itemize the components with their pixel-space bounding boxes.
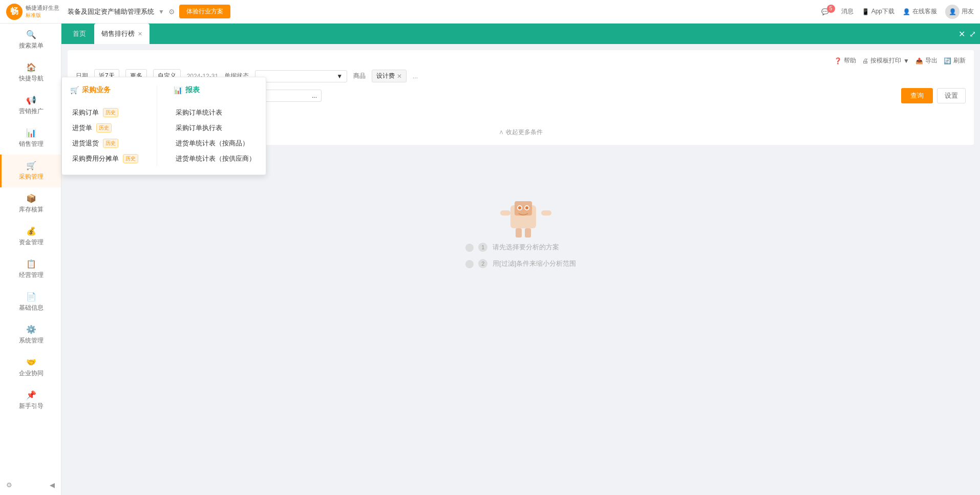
history-tag-expense: 历史 — [123, 154, 138, 163]
query-btn[interactable]: 查询 — [901, 88, 933, 103]
logo: 畅 畅捷通好生意 标准版 — [6, 4, 68, 20]
user-item[interactable]: 👤 用友 — [945, 5, 974, 19]
sidebar-item-purchase[interactable]: 🛒 采购管理 — [0, 155, 61, 187]
tab-sales-ranking-label: 销售排行榜 — [101, 29, 135, 38]
sidebar-item-enterprise[interactable]: 🤝 企业协同 — [0, 351, 61, 384]
staff-select-arrow: ... — [312, 92, 317, 99]
inventory-icon: 📦 — [26, 193, 36, 203]
dropdown-item-expense[interactable]: 采购费用分摊单 历史 — [70, 151, 140, 166]
system-gear-icon[interactable]: ⚙ — [168, 8, 175, 16]
history-tag-incoming: 历史 — [96, 123, 112, 133]
dropdown-reports-section: 📊 报表 采购订单统计表 采购订单执行表 进货单统计表（按商品） 进货单统计表（… — [174, 85, 258, 166]
tab-expand-icon[interactable]: ⤢ — [969, 29, 976, 39]
sidebar-label-system: 系统管理 — [19, 336, 44, 345]
goods-more[interactable]: ... — [413, 73, 418, 80]
sidebar-label-quick: 快捷导航 — [19, 74, 44, 83]
export-icon: 📤 — [915, 57, 923, 64]
tab-bar-actions: ✕ ⤢ — [958, 29, 976, 39]
svg-point-5 — [525, 206, 528, 209]
history-tag-return: 历史 — [103, 139, 118, 148]
help-btn[interactable]: ❓ 帮助 — [834, 56, 856, 65]
collapse-sidebar-icon[interactable]: ◀ — [50, 481, 55, 489]
dropdown-item-purchase-exec[interactable]: 采购订单执行表 — [174, 120, 258, 136]
dropdown-item-return[interactable]: 进货退货 历史 — [70, 136, 140, 151]
settings-btn[interactable]: 设置 — [937, 88, 966, 103]
help-icon: ❓ — [834, 57, 842, 64]
dropdown-item-incoming-stat-goods[interactable]: 进货单统计表（按商品） — [174, 136, 258, 151]
industry-btn[interactable]: 体验行业方案 — [179, 5, 230, 18]
dropdown-item-label-purchase-stat: 采购订单统计表 — [176, 108, 222, 117]
sidebar-item-sales[interactable]: 📊 销售管理 — [0, 122, 61, 155]
online-service-item[interactable]: 👤 在线客服 — [903, 7, 937, 16]
goods-tag-remove[interactable]: ✕ — [397, 73, 402, 80]
dropdown-purchase-section: 🛒 采购业务 采购订单 历史 进货单 历史 进货退货 历史 采购费用分摊单 历史 — [70, 85, 140, 166]
sidebar: 🔍 搜索菜单 🏠 快捷导航 📢 营销推广 📊 销售管理 🛒 采购管理 📦 库存核… — [0, 24, 61, 495]
svg-rect-6 — [500, 210, 510, 216]
tab-home[interactable]: 首页 — [66, 24, 93, 44]
app-label: App下载 — [871, 7, 894, 16]
goods-label: 商品 — [353, 72, 366, 80]
history-tag-purchase-order: 历史 — [103, 108, 118, 117]
enterprise-icon: 🤝 — [26, 357, 36, 367]
tab-close-icon[interactable]: ✕ — [138, 31, 142, 37]
settings-bottom-icon[interactable]: ⚙ — [6, 481, 12, 489]
operations-icon: 📋 — [26, 259, 36, 269]
print-label: 按模板打印 — [870, 56, 901, 65]
sidebar-label-capital: 资金管理 — [19, 238, 44, 247]
dropdown-reports-header: 📊 报表 — [174, 85, 258, 99]
sidebar-label-inventory: 库存核算 — [19, 205, 44, 214]
system-info: 装备及固定资产辅助管理系统 ▼ ⚙ 体验行业方案 — [68, 5, 821, 18]
export-label: 导出 — [925, 56, 938, 65]
sidebar-item-newguide[interactable]: 📌 新手引导 — [0, 384, 61, 417]
sidebar-item-marketing[interactable]: 📢 营销推广 — [0, 89, 61, 122]
sidebar-item-operations[interactable]: 📋 经营管理 — [0, 253, 61, 286]
logo-icon: 畅 — [6, 4, 23, 20]
dropdown-item-label-expense: 采购费用分摊单 — [72, 154, 119, 163]
newguide-icon: 📌 — [26, 390, 36, 400]
sidebar-item-basic[interactable]: 📄 基础信息 — [0, 286, 61, 318]
dropdown-item-purchase-order[interactable]: 采购订单 历史 — [70, 105, 140, 120]
message-item[interactable]: 💬 5 消息 — [821, 7, 854, 16]
svg-rect-9 — [525, 228, 531, 238]
sidebar-item-system[interactable]: ⚙️ 系统管理 — [0, 318, 61, 351]
refresh-icon: 🔄 — [944, 57, 951, 64]
system-name: 装备及固定资产辅助管理系统 — [68, 7, 154, 16]
print-btn[interactable]: 🖨 按模板打印 ▼ — [862, 56, 909, 65]
empty-svg — [495, 190, 557, 241]
tab-sales-ranking[interactable]: 销售排行榜 ✕ — [94, 24, 150, 44]
goods-tag-design: 设计费 ✕ — [372, 70, 407, 82]
app-download-item[interactable]: 📱 App下载 — [862, 7, 894, 16]
marketing-icon: 📢 — [26, 95, 36, 105]
system-dropdown-arrow[interactable]: ▼ — [158, 8, 164, 15]
refresh-btn[interactable]: 🔄 刷新 — [944, 56, 966, 65]
svg-point-4 — [518, 206, 521, 209]
export-btn[interactable]: 📤 导出 — [915, 56, 938, 65]
empty-illustration — [495, 190, 546, 231]
avatar: 👤 — [945, 5, 960, 19]
dropdown-purchase-header: 🛒 采购业务 — [70, 85, 140, 99]
tab-close-all-icon[interactable]: ✕ — [958, 29, 965, 39]
empty-hint-2: 2 用[过滤]条件来缩小分析范围 — [465, 257, 576, 270]
dropdown-item-purchase-stat[interactable]: 采购订单统计表 — [174, 105, 258, 120]
sidebar-item-capital[interactable]: 💰 资金管理 — [0, 220, 61, 253]
sidebar-bottom: ⚙ ◀ — [0, 475, 61, 495]
top-bar-right: 💬 5 消息 📱 App下载 👤 在线客服 👤 用友 — [821, 5, 974, 19]
basic-icon: 📄 — [26, 292, 36, 302]
dropdown-purchase-title: 采购业务 — [82, 85, 111, 95]
dropdown-item-label-incoming-stat-supplier: 进货单统计表（按供应商） — [176, 154, 255, 163]
status-select[interactable]: ▼ — [255, 70, 347, 82]
sidebar-label-sales: 销售管理 — [19, 140, 44, 148]
dropdown-item-label-purchase-order: 采购订单 — [72, 108, 99, 117]
svg-rect-7 — [541, 210, 551, 216]
empty-hint-1: 1 请先选择要分析的方案 — [465, 241, 576, 253]
message-badge: 5 — [827, 5, 835, 13]
sidebar-label-enterprise: 企业协同 — [19, 369, 44, 378]
sidebar-item-inventory[interactable]: 📦 库存核算 — [0, 187, 61, 220]
dropdown-item-label-incoming: 进货单 — [72, 123, 92, 133]
sidebar-item-quick[interactable]: 🏠 快捷导航 — [0, 56, 61, 89]
system-icon: ⚙️ — [26, 325, 36, 334]
logo-tag: 标准版 — [26, 12, 59, 19]
sidebar-item-search[interactable]: 🔍 搜索菜单 — [0, 24, 61, 56]
dropdown-item-incoming-stat-supplier[interactable]: 进货单统计表（按供应商） — [174, 151, 258, 166]
dropdown-item-incoming[interactable]: 进货单 历史 — [70, 120, 140, 136]
